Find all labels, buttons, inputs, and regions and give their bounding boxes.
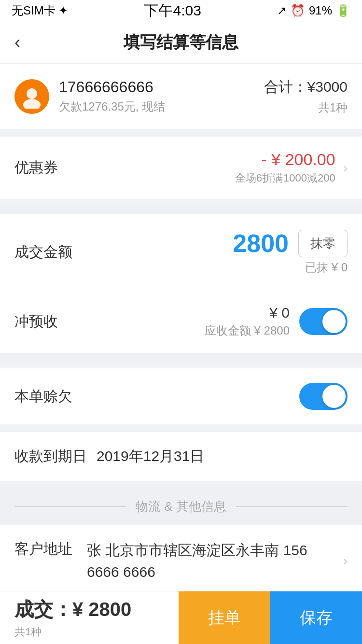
avatar	[14, 79, 49, 114]
round-zero-button[interactable]: 抹零	[298, 230, 348, 257]
content-area: 17666666666 欠款1276.35元, 现结 合计：¥3000 共1种 …	[0, 64, 362, 644]
deal-amount-label: 成交金额	[14, 242, 72, 262]
location-icon: ↗	[277, 4, 287, 17]
customer-debt: 欠款1276.35元, 现结	[59, 99, 165, 114]
back-button[interactable]: ‹	[14, 32, 43, 53]
nav-bar: ‹ 填写结算等信息	[0, 21, 362, 64]
customer-left: 17666666666 欠款1276.35元, 现结	[14, 78, 165, 114]
logistics-line-left	[14, 506, 126, 507]
svg-point-1	[23, 99, 41, 109]
bottom-summary: 成交：¥ 2800 共1种	[0, 596, 179, 639]
deal-amount-section: 成交金额 2800 抹零 已抹 ¥ 0 冲预收 ¥ 0 应收金额 ¥ 2800	[0, 214, 362, 353]
coupon-discount: - ¥ 200.00 全场6折满1000减200	[235, 150, 335, 185]
logistics-text: 物流 & 其他信息	[136, 498, 226, 515]
debt-label: 本单赊欠	[14, 387, 72, 406]
pre-collect-info: ¥ 0 应收金额 ¥ 2800	[205, 305, 290, 338]
address-chevron-icon: ›	[343, 553, 348, 569]
debt-toggle[interactable]	[299, 383, 348, 410]
due-date-row: 收款到期日 2019年12月31日	[0, 432, 362, 481]
deal-amount-value: 2800	[233, 229, 289, 258]
pre-collect-label: 冲预收	[14, 312, 58, 332]
due-date-label: 收款到期日	[14, 447, 87, 466]
pre-collect-amount: ¥ 0	[205, 305, 290, 321]
sim-label: 无SIM卡 ✦	[12, 3, 68, 18]
debt-row: 本单赊欠	[0, 368, 362, 424]
battery-icon: 🔋	[336, 4, 350, 17]
coupon-right: - ¥ 200.00 全场6折满1000减200 ›	[235, 150, 348, 185]
svg-point-0	[27, 88, 37, 99]
customer-phone: 17666666666	[59, 78, 165, 96]
pre-collect-toggle[interactable]	[299, 308, 348, 335]
due-date-section: 收款到期日 2019年12月31日	[0, 432, 362, 481]
customer-info: 17666666666 欠款1276.35元, 现结	[59, 78, 165, 114]
status-right: ↗ ⏰ 91% 🔋	[277, 4, 350, 17]
save-button[interactable]: 保存	[270, 591, 362, 644]
alarm-icon: ⏰	[291, 4, 305, 17]
customer-count: 共1种	[264, 100, 348, 115]
section-divider-1	[0, 207, 362, 214]
status-left: 无SIM卡 ✦	[12, 3, 68, 18]
section-divider-2	[0, 353, 362, 361]
pre-collect-receivable: 应收金额 ¥ 2800	[205, 323, 290, 338]
logistics-line-right	[236, 506, 348, 507]
status-bar: 无SIM卡 ✦ 下午4:03 ↗ ⏰ 91% 🔋	[0, 0, 362, 21]
bottom-deal-amount: 成交：¥ 2800	[14, 596, 164, 623]
coupon-amount: - ¥ 200.00	[235, 150, 335, 169]
bottom-deal-label: 成交：	[14, 599, 72, 620]
pre-collect-right: ¥ 0 应收金额 ¥ 2800	[205, 305, 348, 338]
bottom-deal-value: ¥ 2800	[72, 599, 131, 620]
coupon-row[interactable]: 优惠券 - ¥ 200.00 全场6折满1000减200 ›	[0, 137, 362, 199]
status-time: 下午4:03	[144, 1, 201, 21]
customer-total: 合计：¥3000	[264, 77, 348, 97]
address-label: 客户地址	[14, 539, 72, 559]
coupon-chevron-icon: ›	[343, 160, 348, 176]
deal-amount-sub: 已抹 ¥ 0	[305, 260, 348, 275]
customer-right: 合计：¥3000 共1种	[264, 77, 348, 115]
logistics-divider: 物流 & 其他信息	[0, 489, 362, 525]
battery-label: 91%	[309, 4, 332, 17]
debt-section: 本单赊欠	[0, 368, 362, 424]
pre-collect-row: 冲预收 ¥ 0 应收金额 ¥ 2800	[0, 290, 362, 353]
coupon-desc: 全场6折满1000减200	[235, 171, 335, 185]
deal-amount-right: 2800 抹零	[233, 229, 348, 258]
bottom-bar: 成交：¥ 2800 共1种 挂单 保存	[0, 591, 362, 644]
customer-card: 17666666666 欠款1276.35元, 现结 合计：¥3000 共1种	[0, 64, 362, 129]
page-title: 填写结算等信息	[124, 31, 238, 54]
due-date-value: 2019年12月31日	[97, 447, 204, 466]
address-section: 客户地址 张 北京市市辖区海淀区永丰南 156 6666 6666 ›	[0, 525, 362, 597]
coupon-label: 优惠券	[14, 158, 58, 178]
hang-button[interactable]: 挂单	[179, 591, 270, 644]
deal-amount-row: 成交金额 2800 抹零 已抹 ¥ 0	[0, 214, 362, 290]
bottom-deal-count: 共1种	[14, 625, 164, 639]
address-value: 张 北京市市辖区海淀区永丰南 156 6666 6666	[87, 539, 335, 583]
address-row[interactable]: 客户地址 张 北京市市辖区海淀区永丰南 156 6666 6666 ›	[0, 525, 362, 597]
